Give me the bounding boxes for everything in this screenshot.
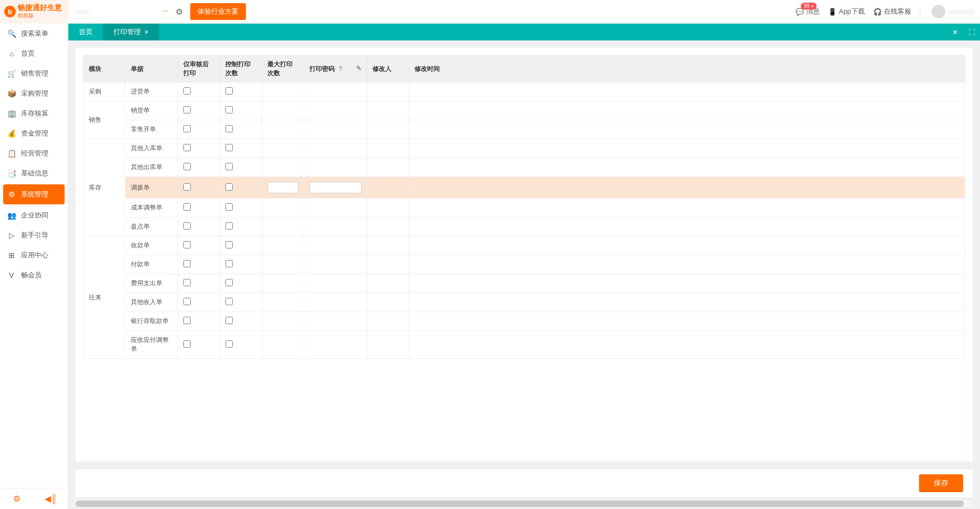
sidebar-item-11[interactable]: ⊞应用中心: [0, 245, 68, 265]
industry-plan-button[interactable]: 体验行业方案: [190, 3, 246, 20]
sidebar-item-4[interactable]: 🏢库存核算: [0, 103, 68, 123]
sidebar-item-10[interactable]: ▷新手引导: [0, 225, 68, 245]
cell-modify-time: [409, 120, 965, 139]
cell-audit-only: [178, 82, 220, 101]
checkbox[interactable]: [183, 241, 191, 248]
cell-bill: 付款单: [126, 255, 178, 274]
table-row: 采购进货单: [84, 82, 965, 101]
tab-close-icon[interactable]: ✕: [144, 29, 149, 36]
table-row: 盘点单: [84, 217, 965, 236]
cell-max-count: [262, 139, 304, 158]
checkbox[interactable]: [225, 144, 233, 151]
horizontal-scrollbar[interactable]: [76, 501, 973, 507]
cell-audit-only: [178, 139, 220, 158]
checkbox[interactable]: [183, 203, 191, 211]
cell-modify-time: [409, 101, 965, 120]
checkbox[interactable]: [183, 260, 191, 267]
checkbox[interactable]: [225, 298, 233, 305]
max-count-input[interactable]: [267, 182, 298, 193]
fullscreen-icon[interactable]: ⛶: [963, 24, 980, 40]
logo-icon: b: [4, 6, 16, 17]
cell-audit-only: [178, 120, 220, 139]
checkbox[interactable]: [183, 317, 191, 324]
cell-control-count: [220, 158, 262, 177]
cell-modify-time: [409, 139, 965, 158]
sidebar-item-8[interactable]: ⚙系统管理: [3, 184, 65, 204]
password-input[interactable]: [310, 182, 362, 193]
checkbox[interactable]: [183, 222, 191, 230]
checkbox[interactable]: [225, 125, 233, 132]
org-selector[interactable]: ——: [76, 8, 89, 16]
cell-audit-only: [178, 255, 220, 274]
sidebar-item-7[interactable]: 📑基础信息: [0, 163, 68, 183]
cell-max-count: [262, 274, 304, 293]
checkbox[interactable]: [225, 183, 233, 191]
sidebar-item-12[interactable]: V畅会员: [0, 265, 68, 285]
sidebar-item-9[interactable]: 👥企业协同: [0, 205, 68, 225]
cell-bill: 其他入库单: [126, 139, 178, 158]
sidebar-item-label: 搜索菜单: [21, 29, 48, 38]
cell-max-count: [262, 82, 304, 101]
edit-icon[interactable]: ✎: [356, 65, 362, 72]
cell-modify-time: [409, 274, 965, 293]
checkbox[interactable]: [183, 106, 191, 113]
sidebar-item-0[interactable]: 🔍搜索菜单: [0, 24, 68, 44]
collapse-icon[interactable]: ◀║: [34, 489, 68, 509]
help-icon[interactable]: ?: [338, 65, 342, 72]
checkbox[interactable]: [183, 163, 191, 170]
sidebar-item-5[interactable]: 💰资金管理: [0, 123, 68, 143]
checkbox[interactable]: [183, 279, 191, 286]
tab-0[interactable]: 首页: [68, 24, 103, 40]
app-download-button[interactable]: 📱 App下载: [828, 7, 864, 16]
sidebar-icon: ▷: [7, 231, 16, 240]
settings-icon[interactable]: ⚙: [0, 489, 34, 509]
checkbox[interactable]: [225, 260, 233, 267]
chevron-down-icon[interactable]: ﹀: [163, 7, 169, 16]
checkbox[interactable]: [183, 183, 191, 191]
checkbox[interactable]: [183, 125, 191, 132]
cell-control-count: [220, 255, 262, 274]
sidebar-item-3[interactable]: 📦采购管理: [0, 84, 68, 103]
sidebar-item-2[interactable]: 🛒销售管理: [0, 64, 68, 84]
checkbox[interactable]: [183, 144, 191, 151]
sidebar-icon: V: [7, 271, 16, 279]
gear-icon[interactable]: ⚙: [176, 7, 183, 17]
cell-password: [304, 312, 367, 331]
checkbox[interactable]: [225, 340, 233, 348]
save-button[interactable]: 保存: [919, 474, 963, 492]
messages-button[interactable]: 💬 99 + 消息: [796, 7, 820, 16]
phone-icon: 📱: [828, 8, 837, 16]
checkbox[interactable]: [225, 203, 233, 211]
checkbox[interactable]: [225, 241, 233, 248]
checkbox[interactable]: [225, 163, 233, 170]
checkbox[interactable]: [183, 298, 191, 305]
checkbox[interactable]: [225, 222, 233, 230]
tab-1[interactable]: 打印管理✕: [103, 24, 159, 40]
scrollbar-thumb[interactable]: [76, 501, 964, 507]
cell-password: [304, 199, 367, 217]
th-control-count: 控制打印次数: [220, 56, 262, 82]
cell-modifier: [367, 82, 409, 101]
logo-area[interactable]: b 畅捷通好生意 精简版: [0, 0, 68, 24]
cell-max-count: [262, 158, 304, 177]
sidebar-item-1[interactable]: ⌂首页: [0, 44, 68, 64]
checkbox[interactable]: [225, 317, 233, 324]
th-bill: 单据: [126, 56, 178, 82]
close-all-tabs-icon[interactable]: ✕: [946, 24, 963, 40]
checkbox[interactable]: [225, 279, 233, 286]
messages-badge: 99 +: [801, 3, 817, 9]
online-service-button[interactable]: 🎧 在线客服: [873, 7, 911, 16]
cell-bill: 零售开单: [126, 120, 178, 139]
cell-bill: 收款单: [126, 236, 178, 255]
cell-audit-only: [178, 331, 220, 359]
sidebar-item-6[interactable]: 📋经营管理: [0, 143, 68, 163]
cell-bill: 银行存取款单: [126, 312, 178, 331]
user-menu[interactable]: ————: [930, 5, 975, 18]
cell-modifier: [367, 120, 409, 139]
org-selector-text: ——: [76, 8, 89, 16]
checkbox[interactable]: [183, 340, 191, 348]
sidebar-item-label: 销售管理: [21, 69, 48, 78]
checkbox[interactable]: [225, 106, 233, 113]
checkbox[interactable]: [225, 87, 233, 95]
checkbox[interactable]: [183, 87, 191, 95]
